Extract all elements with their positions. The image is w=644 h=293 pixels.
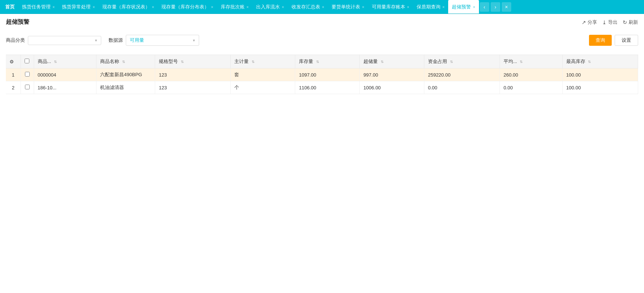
close-inventory-dist[interactable]: × [211,5,213,9]
nav-label-collect-summary: 收发存汇总表 [292,4,320,10]
col-overstock-qty: 超储量 ⇅ [360,55,424,68]
product-code-1: 186-10... [34,81,96,94]
sort-max-stock-icon[interactable]: ⇅ [588,60,591,64]
datasource-select[interactable]: 可用量 ▾ [126,35,199,46]
col-avg-label: 平均... [504,59,517,64]
table-body: 1 0000004 六配套新昌490BPG 123 套 1097.00 997.… [6,68,638,94]
nav-label-inventory-dist: 现存量（库存分布表） [161,4,209,10]
nav-label-batch: 库存批次账 [221,4,245,10]
overstock-qty-1: 1006.00 [360,81,424,94]
category-label: 商品分类 [6,37,25,44]
sort-product-code-icon[interactable]: ⇅ [54,60,57,64]
close-inout-flow[interactable]: × [282,5,284,9]
refresh-button[interactable]: ↻ 刷新 [623,19,638,26]
nav-item-task-mgmt[interactable]: 拣货任务管理 × [18,0,58,14]
nav-next-arrow[interactable]: › [491,2,500,12]
col-gear: ⚙ [6,55,21,68]
row-checkbox-0[interactable] [25,72,30,77]
close-inventory-status[interactable]: × [152,5,154,9]
close-shelf-life[interactable]: × [442,5,444,9]
nav-item-inventory-dist[interactable]: 现存量（库存分布表） × [158,0,217,14]
avg-1: 0.00 [500,81,563,94]
settings-button[interactable]: 设置 [615,35,638,46]
sort-overstock-qty-icon[interactable]: ⇅ [381,60,384,64]
nav-item-order-stats[interactable]: 要货单统计表 × [328,0,368,14]
category-select[interactable]: ▾ [28,36,101,45]
nav-item-overstock[interactable]: 超储预警 × [448,0,479,14]
query-button[interactable]: 查询 [589,35,612,46]
share-button[interactable]: ↗ 分享 [582,19,597,26]
nav-item-available-account[interactable]: 可用量库存账本 × [368,0,413,14]
nav-more-arrow[interactable]: × [502,2,511,12]
sort-product-name-icon[interactable]: ⇅ [122,60,125,64]
spec-1: 123 [155,81,231,94]
page-header: 超储预警 ↗ 分享 ⤓ 导出 ↻ 刷新 [6,18,638,26]
product-name-1: 机油滤清器 [96,81,155,94]
nav-label-order-stats: 要货单统计表 [332,4,360,10]
close-order-stats[interactable]: × [362,5,364,9]
table-row: 1 0000004 六配套新昌490BPG 123 套 1097.00 997.… [6,68,638,81]
col-avg: 平均... ⇅ [500,55,563,68]
datasource-filter: 数据源 可用量 ▾ [109,35,199,46]
data-table: ⚙ 商品... ⇅ 商品名称 ⇅ 规格型号 ⇅ 主计量 [6,55,638,94]
share-label: 分享 [588,19,597,26]
capital-occupied-0: 259220.00 [424,68,500,81]
nav-prev-arrow[interactable]: ‹ [480,2,489,12]
nav-item-inout-flow[interactable]: 出入库流水 × [252,0,288,14]
sort-unit-icon[interactable]: ⇅ [252,60,255,64]
header-actions: ↗ 分享 ⤓ 导出 ↻ 刷新 [582,19,638,26]
col-unit: 主计量 ⇅ [231,55,295,68]
nav-item-inventory-status[interactable]: 现存量（库存状况表） × [99,0,158,14]
unit-1: 个 [231,81,295,94]
max-stock-1: 100.00 [562,81,638,94]
row-checkbox-1[interactable] [25,85,30,89]
page-title: 超储预警 [6,18,29,26]
datasource-value: 可用量 [130,37,144,44]
nav-item-abnormal[interactable]: 拣货异常处理 × [58,0,98,14]
gear-icon[interactable]: ⚙ [10,59,14,64]
col-product-code: 商品... ⇅ [34,55,96,68]
nav-label-home: 首页 [5,4,15,10]
select-all-checkbox[interactable] [25,59,29,63]
close-task-mgmt[interactable]: × [52,5,55,9]
col-unit-label: 主计量 [234,59,249,64]
col-product-name-label: 商品名称 [100,59,119,64]
col-product-code-label: 商品... [38,59,51,64]
close-collect-summary[interactable]: × [322,5,324,9]
filter-row: 商品分类 ▾ 数据源 可用量 ▾ 查询 设置 [6,31,638,49]
product-name-0: 六配套新昌490BPG [96,68,155,81]
nav-label-abnormal: 拣货异常处理 [62,4,91,10]
close-available-account[interactable]: × [407,5,409,9]
category-arrow-icon: ▾ [95,38,97,43]
nav-label-inout-flow: 出入库流水 [256,4,280,10]
datasource-arrow-icon: ▾ [193,38,195,43]
max-stock-0: 100.00 [562,68,638,81]
row-checkbox-cell-0 [21,68,34,81]
row-number-1: 2 [6,81,21,94]
spec-0: 123 [155,68,231,81]
export-label: 导出 [608,19,618,26]
stock-qty-0: 1097.00 [295,68,360,81]
nav-item-shelf-life[interactable]: 保质期查询 × [413,0,448,14]
refresh-icon: ↻ [623,19,627,25]
row-checkbox-cell-1 [21,81,34,94]
export-button[interactable]: ⤓ 导出 [602,19,618,26]
sort-capital-occupied-icon[interactable]: ⇅ [450,60,453,64]
top-nav: 首页 拣货任务管理 × 拣货异常处理 × 现存量（库存状况表） × 现存量（库存… [0,0,644,14]
col-capital-occupied: 资金占用 ⇅ [424,55,500,68]
row-number-0: 1 [6,68,21,81]
col-spec: 规格型号 ⇅ [155,55,231,68]
nav-item-collect-summary[interactable]: 收发存汇总表 × [288,0,328,14]
sort-stock-qty-icon[interactable]: ⇅ [316,60,319,64]
col-capital-occupied-label: 资金占用 [428,59,447,64]
refresh-label: 刷新 [629,19,638,26]
sort-spec-icon[interactable]: ⇅ [181,60,184,64]
nav-item-batch[interactable]: 库存批次账 × [217,0,252,14]
stock-qty-1: 1106.00 [295,81,360,94]
close-abnormal[interactable]: × [92,5,95,9]
sort-avg-icon[interactable]: ⇅ [520,60,523,64]
nav-item-home[interactable]: 首页 [1,0,18,14]
close-batch[interactable]: × [246,5,249,9]
col-overstock-qty-label: 超储量 [363,59,378,64]
close-overstock[interactable]: × [473,5,475,9]
